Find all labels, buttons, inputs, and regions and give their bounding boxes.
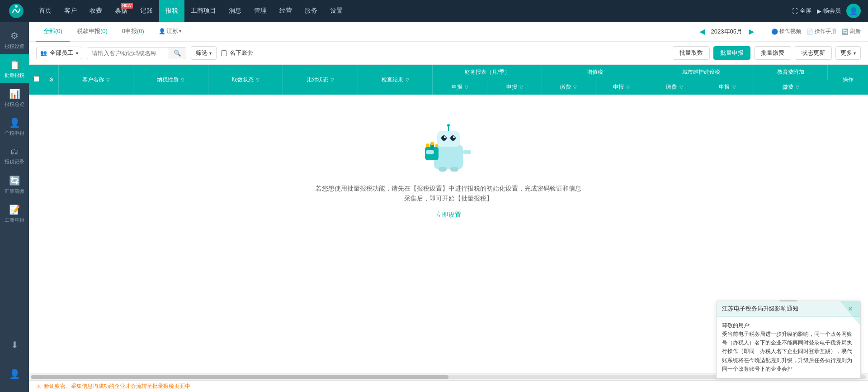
top-nav: 首页客户收费票据NEW记账报税工商项目消息管理经营服务设置 ⛶ 全屏 ▶ 畅会员… bbox=[0, 0, 868, 22]
batch-pay-btn[interactable]: 批量缴费 bbox=[754, 46, 791, 60]
th-vat-pay-filter[interactable]: ▽ bbox=[573, 85, 577, 90]
tab-region[interactable]: 👤 江苏 ▾ bbox=[151, 22, 189, 42]
search-button[interactable]: 🔍 bbox=[169, 48, 186, 59]
th-fetch-status: 取数状态 ▽ bbox=[208, 65, 283, 95]
th-edu-pay-filter[interactable]: ▽ bbox=[796, 85, 799, 90]
filter-button[interactable]: 筛选 ▾ bbox=[191, 46, 217, 60]
action-refresh-label: 刷新 bbox=[850, 28, 861, 35]
nav-item-5[interactable]: 报税 bbox=[159, 0, 184, 22]
th-client-filter-icon[interactable]: ▽ bbox=[106, 77, 110, 82]
month-next-btn[interactable]: ▶ bbox=[746, 26, 757, 37]
filter-label: 筛选 bbox=[196, 49, 208, 57]
nav-item-8[interactable]: 管理 bbox=[248, 0, 273, 22]
nav-item-10[interactable]: 服务 bbox=[298, 0, 324, 22]
avatar[interactable]: 👤 bbox=[846, 4, 861, 18]
annual-icon: 📝 bbox=[9, 204, 20, 215]
th-check-result: 检查结果 ▽ bbox=[358, 65, 432, 95]
column-settings-icon[interactable]: ⚙ bbox=[49, 76, 54, 83]
status-update-btn[interactable]: 状态更新 bbox=[795, 46, 832, 60]
notification-text: 尊敬的用户: 受当前电子税务局进一步升级的影响，同一个政务网账号（办税人）名下的… bbox=[722, 321, 855, 373]
more-label: 更多 bbox=[840, 49, 852, 57]
account-checkbox-label[interactable]: 名下账套 bbox=[221, 49, 253, 57]
setup-link[interactable]: 立即设置 bbox=[436, 211, 461, 219]
month-prev-btn[interactable]: ◀ bbox=[697, 26, 708, 37]
tab-bar-actions: 🔵 操作视频 📄 操作手册 🔄 刷新 bbox=[771, 28, 861, 35]
notification-title: 江苏电子税务局升级影响通知 bbox=[722, 305, 798, 313]
action-manual[interactable]: 📄 操作手册 bbox=[807, 28, 836, 35]
notification-panel: 江苏电子税务局升级影响通知 ✕ 尊敬的用户: 受当前电子税务局进一步升级的影响，… bbox=[716, 301, 861, 378]
sidebar-item-annual-report[interactable]: 📝 工商年报 bbox=[0, 199, 29, 228]
bottom-tip-text: 验证账密、采集信息均成功的企业才会流转至批量报税页面中 bbox=[44, 382, 190, 390]
svg-point-14 bbox=[430, 142, 434, 145]
th-check-filter-icon[interactable]: ▽ bbox=[406, 77, 409, 82]
svg-rect-19 bbox=[450, 167, 458, 172]
fullscreen-label: 全屏 bbox=[800, 7, 811, 15]
sidebar-item-label: 报税记录 bbox=[5, 158, 24, 165]
search-input[interactable] bbox=[87, 48, 169, 59]
sidebar-item-batch-tax[interactable]: 📋 批量报税 bbox=[0, 54, 29, 83]
clear-icon: 🔄 bbox=[9, 175, 20, 186]
robot-illustration bbox=[421, 122, 476, 176]
panel-resize-handle[interactable] bbox=[717, 299, 860, 303]
th-fin-declare-filter[interactable]: ▽ bbox=[465, 85, 468, 90]
th-edu-declare: 申报 ▽ bbox=[701, 80, 754, 95]
nav-item-11[interactable]: 设置 bbox=[324, 0, 349, 22]
warning-icon: ⚠ bbox=[36, 383, 41, 390]
th-city-pay-filter[interactable]: ▽ bbox=[679, 85, 683, 90]
overview-icon: 📊 bbox=[9, 88, 20, 99]
nav-item-2[interactable]: 收费 bbox=[83, 0, 108, 22]
account-checkbox[interactable] bbox=[221, 50, 227, 56]
nav-item-6[interactable]: 工商项目 bbox=[184, 0, 222, 22]
th-vat-declare-filter[interactable]: ▽ bbox=[519, 85, 523, 90]
sidebar-item-overview[interactable]: 📊 报税总览 bbox=[0, 83, 29, 112]
sidebar-item-label: 报税设置 bbox=[5, 43, 24, 50]
batch-declare-btn[interactable]: 批量申报 bbox=[713, 46, 750, 60]
empty-tip-text: 若您想使用批量报税功能，请先在【报税设置】中进行报税的初始化设置，完成密码验证和… bbox=[313, 183, 584, 204]
sidebar-item-label: 汇算清缴 bbox=[5, 188, 24, 195]
nav-item-3[interactable]: 票据NEW bbox=[108, 0, 134, 22]
sidebar-item-tax-record[interactable]: 🗂 报税记录 bbox=[0, 141, 29, 170]
member-btn[interactable]: ▶ 畅会员 bbox=[817, 7, 841, 15]
more-btn[interactable]: 更多 ▾ bbox=[835, 46, 861, 60]
refresh-icon: 🔄 bbox=[842, 29, 849, 35]
th-education-tax: 教育费附加 bbox=[754, 65, 828, 80]
nav-item-7[interactable]: 消息 bbox=[222, 0, 248, 22]
th-fetch-filter-icon[interactable]: ▽ bbox=[256, 77, 259, 82]
sidebar-item-personal-tax[interactable]: 👤 个税申报 bbox=[0, 112, 29, 141]
action-video[interactable]: 🔵 操作视频 bbox=[771, 28, 801, 35]
month-display: 2023年05月 bbox=[711, 28, 742, 36]
tab-zero-declaration[interactable]: 0申报(0) bbox=[115, 22, 151, 42]
tab-all-label: 全部 bbox=[43, 27, 55, 35]
nav-item-0[interactable]: 首页 bbox=[33, 0, 58, 22]
batch-icon: 📋 bbox=[9, 59, 20, 70]
person-icon: 👤 bbox=[9, 117, 20, 128]
user-icon: 👤 bbox=[9, 368, 20, 379]
action-refresh[interactable]: 🔄 刷新 bbox=[842, 28, 861, 35]
tab-bar: 全部(0) 税款申报(0) 0申报(0) 👤 江苏 ▾ ◀ 2023年05月 ▶… bbox=[29, 22, 868, 42]
sidebar-download-btn[interactable]: ⬇ bbox=[0, 330, 29, 359]
chevron-down-icon: ▾ bbox=[179, 29, 181, 33]
th-nature-filter-icon[interactable]: ▽ bbox=[181, 77, 184, 82]
svg-rect-16 bbox=[426, 150, 434, 154]
logo[interactable] bbox=[7, 2, 25, 20]
th-vat-declare: 申报 ▽ bbox=[487, 80, 542, 95]
th-city-declare: 申报 ▽ bbox=[595, 80, 648, 95]
notification-close-btn[interactable]: ✕ bbox=[846, 305, 855, 312]
th-city-declare-filter[interactable]: ▽ bbox=[626, 85, 630, 90]
nav-item-1[interactable]: 客户 bbox=[58, 0, 83, 22]
fullscreen-btn[interactable]: ⛶ 全屏 bbox=[792, 7, 811, 15]
tab-all-count: (0) bbox=[55, 28, 62, 34]
sidebar-item-baoshui-settings[interactable]: ⚙ 报税设置 bbox=[0, 25, 29, 54]
tab-all[interactable]: 全部(0) bbox=[36, 22, 70, 42]
th-compare-filter-icon[interactable]: ▽ bbox=[330, 77, 334, 82]
th-edu-declare-filter[interactable]: ▽ bbox=[732, 85, 736, 90]
sidebar-user-btn[interactable]: 👤 bbox=[0, 359, 29, 388]
sidebar-item-annual-clear[interactable]: 🔄 汇算清缴 bbox=[0, 170, 29, 199]
svg-point-6 bbox=[444, 136, 446, 138]
batch-fetch-btn[interactable]: 批量取数 bbox=[673, 46, 710, 60]
employee-select[interactable]: 👥 全部员工 ▾ bbox=[36, 47, 82, 59]
select-all-checkbox[interactable] bbox=[33, 76, 39, 82]
nav-item-9[interactable]: 经营 bbox=[273, 0, 298, 22]
nav-item-4[interactable]: 记账 bbox=[134, 0, 159, 22]
tab-tax-declaration[interactable]: 税款申报(0) bbox=[70, 22, 115, 42]
